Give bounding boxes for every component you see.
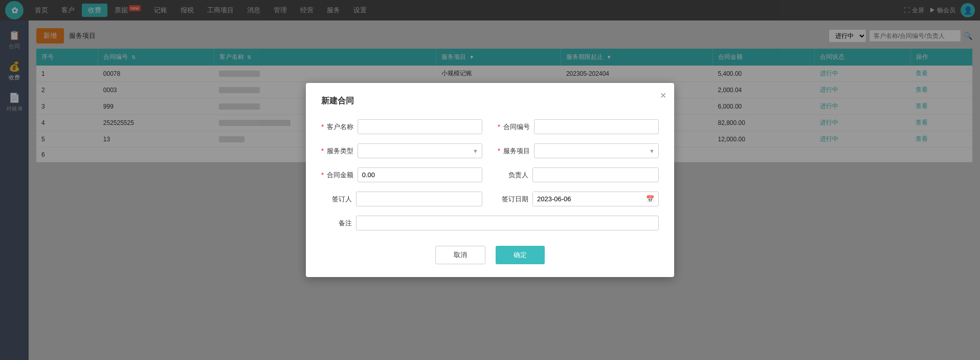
contract-no-field: * 合同编号 xyxy=(498,119,659,134)
signer-input[interactable] xyxy=(356,192,482,206)
modal-overlay: ✕ 新建合同 * 客户名称 * 合同编号 xyxy=(29,20,980,360)
content-area: 新增 服务项目 进行中 已完成 全部 🔍 序号 合同编号 ⇅ 客户名称 ⇅ 服务… xyxy=(29,20,980,360)
amount-input[interactable]: 0.00 xyxy=(358,167,482,182)
service-item-select[interactable] xyxy=(534,143,659,158)
required-mark4: * xyxy=(498,147,500,155)
service-type-label: * 服务类型 xyxy=(321,146,353,156)
confirm-button[interactable]: 确定 xyxy=(496,246,545,264)
service-item-label: * 服务项目 xyxy=(498,146,530,156)
new-contract-modal: ✕ 新建合同 * 客户名称 * 合同编号 xyxy=(306,83,674,277)
required-mark5: * xyxy=(321,171,324,179)
signer-field: 签订人 xyxy=(321,192,482,206)
calendar-icon[interactable]: 📅 xyxy=(642,192,658,206)
date-field-wrapper: 2023-06-06 📅 xyxy=(532,192,659,206)
amount-field: * 合同金额 0.00 xyxy=(321,167,482,182)
notes-input[interactable] xyxy=(356,216,659,230)
notes-field: 备注 xyxy=(321,216,659,230)
responsible-label: 负责人 xyxy=(498,171,528,180)
signer-label: 签订人 xyxy=(321,195,352,204)
form-grid: * 客户名称 * 合同编号 xyxy=(321,119,659,230)
sign-date-label: 签订日期 xyxy=(498,195,528,204)
required-mark2: * xyxy=(498,123,500,131)
required-mark: * xyxy=(321,123,324,131)
required-mark3: * xyxy=(321,147,324,155)
customer-label: * 客户名称 xyxy=(321,122,353,132)
form-actions: 取消 确定 xyxy=(321,246,659,264)
responsible-field: 负责人 xyxy=(498,167,659,182)
cancel-button[interactable]: 取消 xyxy=(435,246,485,264)
contract-no-label: * 合同编号 xyxy=(498,122,530,132)
modal-title: 新建合同 xyxy=(321,96,659,107)
service-item-field: * 服务项目 ▼ xyxy=(498,143,659,158)
sign-date-input[interactable]: 2023-06-06 xyxy=(533,192,642,206)
service-type-select-wrapper: ▼ xyxy=(358,143,482,158)
amount-label: * 合同金额 xyxy=(321,171,353,180)
service-type-select[interactable] xyxy=(358,143,482,158)
notes-label: 备注 xyxy=(321,219,352,228)
service-type-field: * 服务类型 ▼ xyxy=(321,143,482,158)
service-item-select-wrapper: ▼ xyxy=(534,143,659,158)
responsible-input[interactable] xyxy=(532,167,659,182)
customer-field: * 客户名称 xyxy=(321,119,482,134)
contract-no-input[interactable] xyxy=(534,119,659,134)
customer-input[interactable] xyxy=(358,119,482,134)
modal-close-button[interactable]: ✕ xyxy=(660,91,666,100)
main-layout: 📋 合同 💰 收费 📄 对账单 新增 服务项目 进行中 已完成 全部 🔍 xyxy=(0,20,980,360)
sign-date-field: 签订日期 2023-06-06 📅 xyxy=(498,192,659,206)
